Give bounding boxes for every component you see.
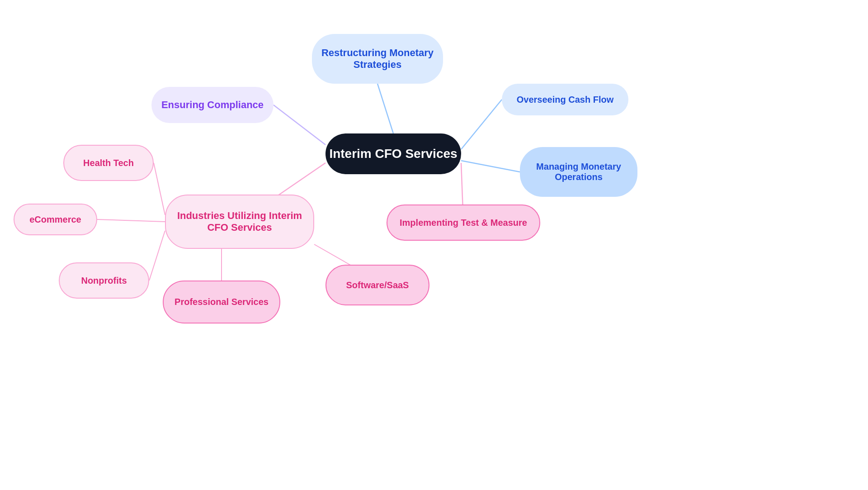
- svg-line-1: [461, 100, 502, 149]
- center-node[interactable]: Interim CFO Services: [326, 133, 461, 174]
- implementing-node[interactable]: Implementing Test & Measure: [387, 205, 540, 241]
- implementing-label: Implementing Test & Measure: [400, 218, 527, 228]
- industries-node[interactable]: Industries Utilizing Interim CFO Service…: [165, 195, 314, 249]
- professional-label: Professional Services: [175, 297, 269, 307]
- healthtech-node[interactable]: Health Tech: [63, 145, 154, 181]
- ensuring-node[interactable]: Ensuring Compliance: [151, 87, 274, 123]
- professional-node[interactable]: Professional Services: [163, 281, 280, 323]
- ecommerce-label: eCommerce: [29, 214, 81, 225]
- overseeing-node[interactable]: Overseeing Cash Flow: [502, 84, 628, 115]
- restructuring-node[interactable]: Restructuring Monetary Strategies: [312, 34, 443, 84]
- center-node-label: Interim CFO Services: [329, 147, 457, 161]
- healthtech-label: Health Tech: [83, 158, 134, 168]
- saas-node[interactable]: Software/SaaS: [326, 265, 429, 305]
- managing-node[interactable]: Managing Monetary Operations: [520, 147, 637, 197]
- saas-label: Software/SaaS: [346, 280, 409, 290]
- ensuring-label: Ensuring Compliance: [161, 99, 264, 111]
- nonprofits-node[interactable]: Nonprofits: [59, 262, 149, 299]
- svg-line-3: [274, 105, 326, 145]
- svg-line-8: [149, 231, 165, 281]
- ecommerce-node[interactable]: eCommerce: [14, 204, 97, 235]
- restructuring-label: Restructuring Monetary Strategies: [312, 47, 443, 71]
- industries-label: Industries Utilizing Interim CFO Service…: [166, 210, 313, 233]
- overseeing-label: Overseeing Cash Flow: [517, 95, 614, 105]
- svg-line-7: [97, 219, 165, 222]
- svg-line-2: [461, 161, 520, 172]
- svg-line-0: [377, 84, 393, 133]
- svg-line-6: [154, 163, 165, 215]
- nonprofits-label: Nonprofits: [81, 276, 127, 286]
- managing-label: Managing Monetary Operations: [520, 162, 637, 182]
